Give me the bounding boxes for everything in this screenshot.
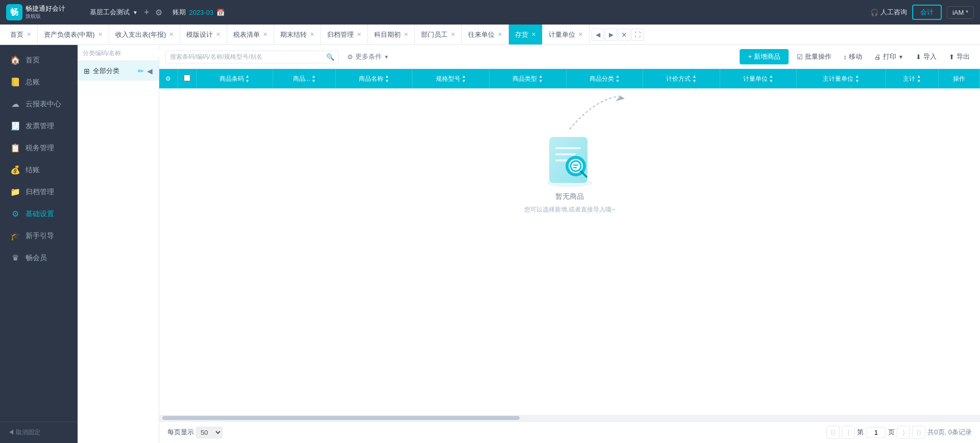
- unpin-button[interactable]: ◀ 取消固定: [0, 422, 78, 443]
- th-spec[interactable]: 规格型号 ▲▼: [412, 69, 489, 88]
- sidebar-item-guide[interactable]: 🎓 新手引导: [0, 225, 78, 247]
- th-main-unit[interactable]: 主计量单位 ▲▼: [797, 69, 886, 88]
- tab-template[interactable]: 模版设计 ✕: [180, 25, 227, 45]
- tab-income-close[interactable]: ✕: [169, 31, 174, 38]
- tab-home[interactable]: 首页 ✕: [4, 25, 38, 45]
- sort-main-count[interactable]: ▲▼: [917, 74, 921, 83]
- settlement-icon: 💰: [10, 165, 20, 175]
- tab-department[interactable]: 部门员工 ✕: [415, 25, 462, 45]
- consult-button[interactable]: 🎧 人工咨询: [870, 8, 907, 17]
- sidebar-item-settlement[interactable]: 💰 结账: [0, 159, 78, 181]
- tab-expand-button[interactable]: ⛶: [631, 29, 644, 41]
- tab-income[interactable]: 收入支出表(年报) ✕: [109, 25, 181, 45]
- import-label: 导入: [923, 52, 937, 61]
- th-checkbox[interactable]: [178, 69, 196, 88]
- all-categories-item[interactable]: ⊞ 全部分类 ✏ ◀: [78, 61, 159, 81]
- collapse-category-icon[interactable]: ◀: [147, 67, 153, 75]
- kuaiji-button[interactable]: 会计: [912, 5, 942, 20]
- settings-icon[interactable]: ⚙: [155, 8, 162, 17]
- tab-close-all-button[interactable]: ✕: [618, 29, 630, 41]
- th-settings[interactable]: ⚙: [159, 69, 178, 88]
- sort-type[interactable]: ▲▼: [538, 74, 543, 83]
- select-all-checkbox[interactable]: [184, 75, 190, 81]
- first-page-button[interactable]: ⟨⟨: [826, 426, 840, 439]
- tab-inventory[interactable]: 存货 ✕: [509, 25, 543, 45]
- company-selector[interactable]: 基层工会测试 ▼: [90, 8, 138, 17]
- th-main-count[interactable]: 主计 ▲▼: [886, 69, 938, 88]
- th-barcode-label: 商品条码: [219, 75, 244, 83]
- sidebar-item-home-label: 首页: [26, 56, 40, 65]
- more-filter-button[interactable]: ⚙ 更多条件 ▼: [343, 50, 393, 63]
- move-button[interactable]: ↕ 移动: [840, 50, 867, 63]
- tab-template-label: 模版设计: [186, 30, 213, 39]
- tab-tax-list[interactable]: 税表清单 ✕: [227, 25, 274, 45]
- tab-department-close[interactable]: ✕: [451, 31, 455, 38]
- prev-page-button[interactable]: ⟨: [842, 426, 855, 439]
- new-product-button[interactable]: + 新增商品: [740, 49, 788, 64]
- product-search-input[interactable]: [170, 53, 323, 60]
- tab-subject-initial[interactable]: 科目期初 ✕: [368, 25, 415, 45]
- dashed-arrow-svg: [565, 94, 626, 134]
- th-name[interactable]: 商品名称 ▲▼: [335, 69, 412, 88]
- tab-unit-close[interactable]: ✕: [578, 31, 583, 38]
- horizontal-scrollbar[interactable]: [159, 415, 980, 421]
- tab-home-close[interactable]: ✕: [27, 31, 31, 38]
- batch-action-button[interactable]: ☑ 批量操作: [793, 50, 836, 63]
- sort-main-unit[interactable]: ▲▼: [855, 74, 859, 83]
- next-page-button[interactable]: ⟩: [897, 426, 910, 439]
- tab-contacts-close[interactable]: ✕: [498, 31, 502, 38]
- scroll-thumb[interactable]: [162, 416, 520, 420]
- tab-unit[interactable]: 计量单位 ✕: [543, 25, 590, 45]
- th-category[interactable]: 商品分类 ▲▼: [566, 69, 643, 88]
- add-tab-button[interactable]: +: [144, 7, 150, 18]
- sort-spec[interactable]: ▲▼: [462, 74, 466, 83]
- tab-prev-button[interactable]: ◀: [592, 29, 604, 41]
- tab-template-close[interactable]: ✕: [216, 31, 220, 38]
- export-button[interactable]: ⬆ 导出: [945, 50, 974, 63]
- sort-unit[interactable]: ▲▼: [769, 74, 773, 83]
- sort-category[interactable]: ▲▼: [616, 74, 620, 83]
- sort-code[interactable]: ▲▼: [312, 74, 316, 83]
- tab-contacts[interactable]: 往来单位 ✕: [462, 25, 509, 45]
- table-container: ⚙ 商品条码 ▲▼: [159, 69, 980, 415]
- tax-icon: 📋: [10, 143, 20, 153]
- calendar-icon[interactable]: 📅: [216, 9, 225, 16]
- page-number-input[interactable]: [866, 427, 886, 438]
- last-page-button[interactable]: ⟩⟩: [912, 426, 925, 439]
- th-code[interactable]: 商品... ▲▼: [273, 69, 336, 88]
- category-search-input[interactable]: [83, 50, 159, 57]
- sort-price[interactable]: ▲▼: [692, 74, 696, 83]
- tab-balance-close[interactable]: ✕: [98, 31, 103, 38]
- tab-period-end[interactable]: 期末结转 ✕: [274, 25, 321, 45]
- edit-category-icon[interactable]: ✏: [138, 67, 144, 75]
- sidebar-item-member[interactable]: ♛ 畅会员: [0, 247, 78, 269]
- sidebar-item-basic-settings[interactable]: ⚙ 基础设置: [0, 203, 78, 225]
- sidebar-item-ledger[interactable]: 📒 总账: [0, 71, 78, 93]
- sidebar-item-archive[interactable]: 📁 归档管理: [0, 181, 78, 203]
- tab-inventory-close[interactable]: ✕: [531, 31, 536, 38]
- sidebar-item-home[interactable]: 🏠 首页: [0, 49, 78, 71]
- sidebar-item-tax[interactable]: 📋 税务管理: [0, 137, 78, 159]
- tab-archive[interactable]: 归档管理 ✕: [321, 25, 368, 45]
- invoice-icon: 🧾: [10, 121, 20, 131]
- per-page-dropdown[interactable]: 50 100 200: [196, 427, 223, 438]
- tab-archive-close[interactable]: ✕: [357, 31, 361, 38]
- th-unit[interactable]: 计量单位 ▲▼: [720, 69, 797, 88]
- filter-dropdown-icon: ▼: [384, 54, 389, 60]
- logo-text-area: 畅捷通好会计 旗舰版: [26, 5, 65, 20]
- tab-tax-list-close[interactable]: ✕: [263, 31, 267, 38]
- tab-subject-close[interactable]: ✕: [404, 31, 408, 38]
- tab-period-end-close[interactable]: ✕: [310, 31, 314, 38]
- tab-balance-sheet[interactable]: 资产负债表(中期) ✕: [38, 25, 109, 45]
- sort-name[interactable]: ▲▼: [385, 74, 389, 83]
- sort-barcode[interactable]: ▲▼: [246, 74, 250, 83]
- th-type[interactable]: 商品类型 ▲▼: [489, 69, 567, 88]
- product-search-icon[interactable]: 🔍: [326, 53, 334, 61]
- sidebar-item-invoice[interactable]: 🧾 发票管理: [0, 115, 78, 137]
- th-price-method[interactable]: 计价方式 ▲▼: [643, 69, 720, 88]
- sidebar-item-cloud-report[interactable]: ☁ 云报表中心: [0, 93, 78, 115]
- tab-next-button[interactable]: ▶: [605, 29, 617, 41]
- print-button[interactable]: 🖨 打印 ▼: [870, 50, 908, 63]
- import-button[interactable]: ⬇ 导入: [912, 50, 941, 63]
- th-barcode[interactable]: 商品条码 ▲▼: [196, 69, 273, 88]
